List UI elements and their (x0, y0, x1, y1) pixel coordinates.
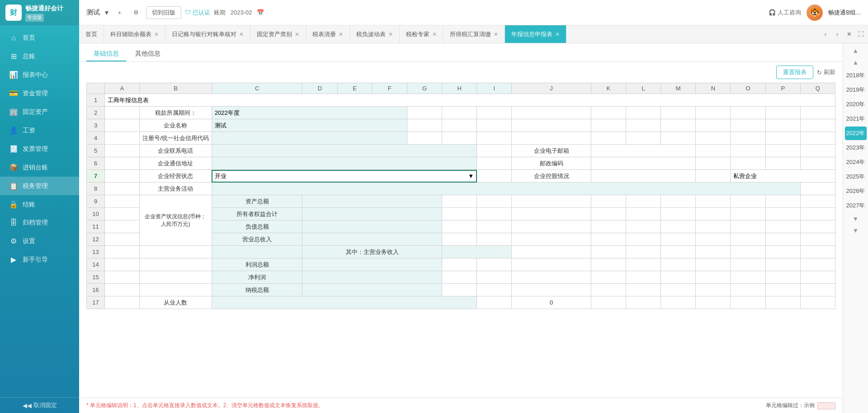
tab-close-icon[interactable]: ✕ (295, 31, 299, 38)
refresh-button[interactable]: ↻ 刷新 (817, 68, 835, 76)
tab-close-icon[interactable]: ✕ (555, 31, 560, 38)
year-item-2020[interactable]: 2020年 (845, 98, 867, 111)
fullscreen-button[interactable]: ⛶ (855, 29, 866, 40)
tab-prev-button[interactable]: ‹ (820, 29, 831, 40)
cell-8-c[interactable] (212, 183, 800, 195)
tab-close-icon[interactable]: ✕ (432, 31, 437, 38)
sidebar-item-home[interactable]: ⌂ 首页 (0, 29, 79, 47)
cell-8-b: 主营业务活动 (140, 183, 212, 195)
cell-2-c[interactable]: 2022年度 (212, 107, 407, 119)
cell-5-k[interactable] (591, 145, 695, 157)
cell-16-d[interactable] (302, 284, 442, 296)
add-tab-button[interactable]: ＋ (113, 6, 126, 19)
form-tab-basic[interactable]: 基础信息 (86, 47, 126, 61)
sidebar-item-close[interactable]: 🔒 结账 (0, 195, 79, 214)
cell-3-c[interactable]: 测试 (212, 119, 407, 132)
user-name[interactable]: 畅捷通B组... (828, 9, 861, 17)
cell-17-c[interactable] (212, 296, 476, 309)
cell-14-d[interactable] (302, 258, 442, 271)
cell-15-d[interactable] (302, 271, 442, 284)
reset-button[interactable]: 重置报表 (776, 66, 813, 79)
cell-10-n (696, 208, 731, 221)
sidebar-item-inventory[interactable]: 📦 进销台账 (0, 158, 79, 177)
tab-aux-balance[interactable]: 科目辅助余额表 ✕ (104, 25, 165, 43)
year-item-2024[interactable]: 2024年 (845, 155, 867, 169)
col-header-b: B (140, 83, 212, 94)
cell-13-h[interactable] (442, 246, 512, 258)
cell-3-b: 企业名称 (140, 119, 212, 132)
cell-17-k (591, 296, 626, 309)
tab-fixed-asset-cat[interactable]: 固定资产类别 ✕ (250, 25, 306, 43)
sidebar-item-ledger[interactable]: ⊞ 总账 (0, 47, 79, 66)
cell-14-p (765, 258, 800, 271)
cell-10-d[interactable] (302, 208, 442, 221)
cell-16-k (591, 284, 626, 296)
user-avatar[interactable]: 🐯 (807, 5, 823, 21)
tab-tax-expert[interactable]: 税检专家 ✕ (400, 25, 443, 43)
calendar-icon[interactable]: 📅 (257, 9, 264, 16)
cell-11-d[interactable] (302, 221, 442, 233)
sidebar-item-guide[interactable]: ▶ 新手引导 (0, 250, 79, 269)
year-item-2019[interactable]: 2019年 (845, 83, 867, 97)
tab-close-all-button[interactable]: ✕ (844, 29, 854, 40)
col-header-h: H (442, 83, 477, 94)
cell-12-n (696, 233, 731, 246)
sidebar-item-invoice[interactable]: 🧾 发票管理 (0, 140, 79, 158)
year-item-2018[interactable]: 2018年 (845, 69, 867, 82)
sidebar-item-tax[interactable]: 📋 税务管理 (0, 177, 79, 195)
switch-old-button[interactable]: 切到旧版 (146, 6, 181, 19)
year-item-2027[interactable]: 2027年 (845, 199, 867, 212)
sidebar-item-archive[interactable]: 🗄 归档管理 (0, 214, 79, 232)
cell-9-d[interactable] (302, 195, 442, 208)
cell-5-c[interactable] (212, 145, 476, 157)
cell-15-n (696, 271, 731, 284)
consult-button[interactable]: 🎧 人工咨询 (769, 9, 801, 17)
year-item-2022[interactable]: 2022年 (845, 127, 867, 140)
tab-next-button[interactable]: › (832, 29, 843, 40)
year-scroll-up-button[interactable]: ▲ (847, 45, 865, 56)
cell-17-i (477, 296, 512, 309)
sidebar-item-payroll[interactable]: 👤 工资 (0, 121, 79, 140)
cell-15-o (731, 271, 765, 284)
year-item-2021[interactable]: 2021年 (845, 112, 867, 126)
unpin-button[interactable]: ◀◀ 取消固定 (0, 397, 79, 413)
year-item-2026[interactable]: 2026年 (845, 184, 867, 198)
year-item-2025[interactable]: 2025年 (845, 170, 867, 183)
year-scroll-down2-button[interactable]: ▼ (847, 225, 865, 236)
tab-tax-wave[interactable]: 税负波动表 ✕ (350, 25, 400, 43)
sidebar-item-fund[interactable]: 💳 资金管理 (0, 84, 79, 103)
dropdown-arrow-icon[interactable]: ▼ (468, 173, 474, 179)
tab-close-icon[interactable]: ✕ (339, 31, 343, 38)
cell-10-o (731, 208, 765, 221)
sidebar-item-fixed-asset[interactable]: 🏢 固定资产 (0, 103, 79, 121)
tab-close-icon[interactable]: ✕ (388, 31, 393, 38)
sidebar-item-report[interactable]: 📊 报表中心 (0, 66, 79, 84)
tab-annual-report[interactable]: 年报信息申报表 ✕ (505, 25, 566, 43)
spreadsheet-container[interactable]: A B C D E F G H I J K L M (79, 83, 843, 398)
year-item-2023[interactable]: 2023年 (845, 141, 867, 155)
cell-4-c[interactable] (212, 132, 407, 145)
year-scroll-up2-button[interactable]: ▲ (847, 57, 865, 68)
tab-close-icon[interactable]: ✕ (494, 31, 498, 38)
tab-journal-bank[interactable]: 日记账与银行对账单核对 ✕ (165, 25, 250, 43)
cell-6-k[interactable] (591, 157, 695, 170)
cell-6-c[interactable] (212, 157, 476, 170)
cell-7-k[interactable] (591, 170, 695, 183)
row-num: 9 (87, 195, 105, 208)
cell-7-c-dropdown[interactable]: 开业 ▼ (212, 170, 476, 183)
sidebar-item-settings[interactable]: ⚙ 设置 (0, 232, 79, 250)
settings-button[interactable]: ⚙ (130, 6, 142, 19)
cell-12-d[interactable] (302, 233, 442, 246)
sidebar-item-label: 归档管理 (23, 219, 48, 227)
sheet-title[interactable]: 工商年报信息表 (105, 94, 835, 107)
tab-tax-form[interactable]: 税表清册 ✕ (306, 25, 350, 43)
company-dropdown[interactable]: ▼ (104, 9, 110, 16)
tab-tax-settlement[interactable]: 所得税汇算清缴 ✕ (443, 25, 505, 43)
footnote-right-label: 单元格编辑过：示例 (766, 402, 815, 409)
tab-close-icon[interactable]: ✕ (154, 31, 159, 38)
form-tab-other[interactable]: 其他信息 (128, 47, 168, 61)
tab-home[interactable]: 首页 (79, 25, 104, 43)
table-row: 9 企业资产状况信息(币种：人民币万元) 资产总额 (87, 195, 835, 208)
year-scroll-down-button[interactable]: ▼ (847, 213, 865, 224)
tab-close-icon[interactable]: ✕ (239, 31, 244, 38)
